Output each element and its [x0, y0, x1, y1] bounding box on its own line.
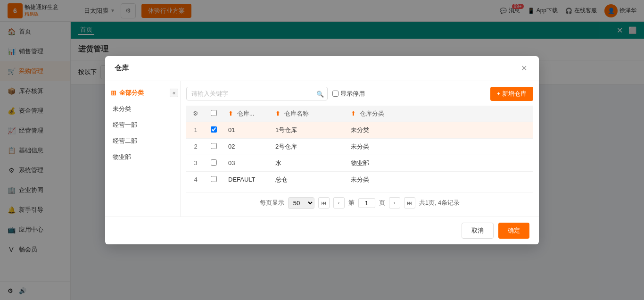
row-action-cell: 4	[186, 171, 205, 188]
search-input[interactable]	[186, 87, 328, 100]
select-all-checkbox[interactable]	[211, 110, 217, 116]
row-code: DEFAULT	[223, 171, 270, 188]
row-action-cell: 2	[186, 138, 205, 155]
row-code: 03	[223, 155, 270, 171]
category-item-ops1[interactable]: 经营一部	[105, 117, 180, 133]
prev-page-button[interactable]: ‹	[333, 197, 345, 208]
modal-overlay: 仓库 ✕ ⊞ 全部分类 « 未分类 经营一部 经营二部	[0, 0, 644, 300]
row-checkbox[interactable]	[211, 143, 217, 149]
category-all-label: 全部分类	[119, 89, 144, 97]
row-number: 4	[194, 176, 197, 183]
col-settings-icon: ⚙	[193, 110, 198, 117]
row-action-cell: 3	[186, 155, 205, 171]
table-panel: 🔍 显示停用 + 新增仓库 ⚙	[181, 81, 539, 217]
row-number: 2	[194, 143, 197, 150]
row-checkbox[interactable]	[211, 126, 217, 133]
per-page-label: 每页显示	[260, 199, 284, 207]
first-page-button[interactable]: ⏮	[318, 197, 330, 208]
next-page-button[interactable]: ›	[389, 197, 400, 208]
col-checkbox-header	[205, 106, 223, 122]
search-icon: 🔍	[316, 90, 324, 97]
col-code-header: ⬆ 仓库...	[223, 106, 270, 122]
show-disabled-text: 显示停用	[340, 90, 365, 98]
col-settings: ⚙	[186, 106, 205, 122]
pagination: 每页显示 50 100 200 ⏮ ‹ 第 页 › ⏭ 共1页, 4条记录	[186, 192, 533, 211]
category-collapse-button[interactable]: «	[170, 89, 178, 97]
row-action-cell: 1	[186, 122, 205, 138]
row-name: 1号仓库	[270, 122, 345, 138]
table-row[interactable]: 1 01 1号仓库 未分类	[186, 122, 533, 138]
row-category: 未分类	[345, 171, 533, 188]
category-all-header[interactable]: ⊞ 全部分类 «	[105, 85, 180, 101]
table-toolbar: 🔍 显示停用 + 新增仓库	[186, 87, 533, 101]
modal-body: ⊞ 全部分类 « 未分类 经营一部 经营二部 物业部	[105, 81, 539, 217]
modal-header: 仓库 ✕	[105, 56, 539, 81]
sort-icon-category: ⬆	[351, 110, 356, 117]
category-item-unclassified[interactable]: 未分类	[105, 101, 180, 117]
modal-close-button[interactable]: ✕	[518, 63, 529, 74]
per-page-select[interactable]: 50 100 200	[288, 197, 314, 209]
row-checkbox-cell	[205, 138, 223, 155]
show-disabled-label: 显示停用	[332, 90, 365, 98]
row-checkbox[interactable]	[211, 176, 217, 182]
row-category: 物业部	[345, 155, 533, 171]
row-code: 01	[223, 122, 270, 138]
row-category: 未分类	[345, 138, 533, 155]
grid-icon: ⊞	[111, 89, 116, 97]
row-name: 总仓	[270, 171, 345, 188]
row-number: 1	[194, 126, 197, 133]
page-label-first: 第	[348, 199, 355, 207]
add-warehouse-button[interactable]: + 新增仓库	[490, 87, 533, 101]
search-box: 🔍	[186, 87, 328, 100]
row-checkbox-cell	[205, 155, 223, 171]
page-label-second: 页	[379, 199, 385, 207]
col-name-header: ⬆ 仓库名称	[270, 106, 345, 122]
confirm-button[interactable]: 确定	[498, 223, 529, 239]
modal-footer: 取消 确定	[105, 217, 539, 244]
page-number-input[interactable]	[358, 198, 375, 208]
row-checkbox-cell	[205, 171, 223, 188]
warehouse-table: ⚙ ⬆ 仓库... ⬆	[186, 106, 533, 188]
table-row[interactable]: 4 DEFAULT 总仓 未分类	[186, 171, 533, 188]
category-item-property[interactable]: 物业部	[105, 149, 180, 165]
row-checkbox-cell	[205, 122, 223, 138]
col-category-header: ⬆ 仓库分类	[345, 106, 533, 122]
category-item-ops2[interactable]: 经营二部	[105, 133, 180, 149]
cancel-button[interactable]: 取消	[462, 223, 494, 239]
row-category: 未分类	[345, 122, 533, 138]
row-checkbox[interactable]	[211, 159, 217, 166]
row-name: 2号仓库	[270, 138, 345, 155]
sort-icon-code: ⬆	[228, 110, 233, 117]
modal-title: 仓库	[115, 64, 129, 73]
row-name: 水	[270, 155, 345, 171]
warehouse-modal: 仓库 ✕ ⊞ 全部分类 « 未分类 经营一部 经营二部	[105, 56, 539, 244]
last-page-button[interactable]: ⏭	[404, 197, 415, 208]
page-total-info: 共1页, 4条记录	[419, 199, 460, 207]
show-disabled-checkbox[interactable]	[332, 91, 339, 97]
row-code: 02	[223, 138, 270, 155]
sort-icon-name: ⬆	[275, 110, 281, 117]
table-row[interactable]: 3 03 水 物业部	[186, 155, 533, 171]
category-panel: ⊞ 全部分类 « 未分类 经营一部 经营二部 物业部	[105, 81, 181, 217]
row-number: 3	[194, 159, 197, 167]
table-row[interactable]: 2 02 2号仓库 未分类	[186, 138, 533, 155]
